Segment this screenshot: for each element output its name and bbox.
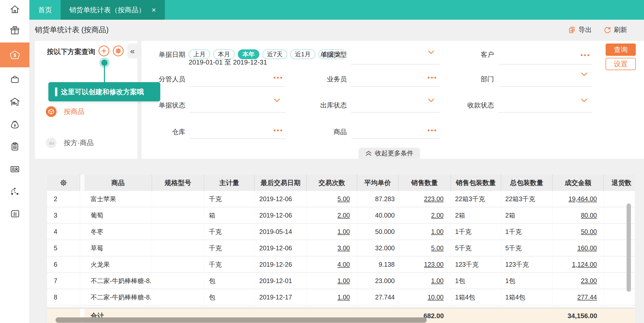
vertical-scrollbar[interactable] [627,203,631,292]
customer-ellipsis-icon[interactable] [581,54,589,56]
doc-status-field[interactable] [189,112,285,113]
date-range-text[interactable]: 2019-01-01 至 2019-12-31 [189,58,267,67]
column-header-tx-count[interactable]: 交易次数 [307,175,357,191]
scheme-item-by-product[interactable]: 按商品 [46,106,84,117]
refresh-button[interactable]: 刷新 [604,25,627,34]
cell-tx-count-link[interactable]: 3.00 [307,240,357,256]
payment-status-field[interactable] [499,112,593,113]
warehouse-field[interactable] [189,138,285,139]
customer-field[interactable] [499,64,593,64]
column-header-last-date[interactable]: 最后交易日期 [255,175,307,191]
cell-sales-qty-link[interactable]: 10.00 [399,289,451,305]
cell-sales-qty-link[interactable]: 1.00 [399,224,451,240]
cell-sales-qty-link[interactable]: 2.00 [399,207,451,223]
product-ellipsis-icon[interactable] [428,130,436,131]
scheme-settings-button[interactable] [113,46,124,56]
cell-sales-qty-link[interactable]: 123.00 [399,256,451,272]
cell-tx-count-link[interactable]: 1.00 [307,273,357,289]
cell-amount-link[interactable]: 50.00 [553,224,604,240]
doc-type-chevron-down-icon[interactable] [428,50,434,55]
settings-button[interactable]: 设置 [606,58,636,70]
cell-total-pack: 123千克 [501,256,553,272]
table-row[interactable]: 4 冬枣 千克 2019-05-14 1.00 50.000 1.00 1千克 … [47,224,635,240]
cell-sales-pack: 22箱3千克 [451,191,501,207]
gift-icon[interactable] [0,19,29,42]
whats-new-icon[interactable]: 新 [0,203,29,225]
footer-divider [47,308,635,308]
column-header-total-pack[interactable]: 总包装数量 [501,175,553,191]
outbound-status-field[interactable] [351,112,439,113]
cell-last-date: 2019-05-14 [255,224,307,240]
sales-icon[interactable]: $ [0,42,29,67]
cell-tx-count-link[interactable]: 5.00 [307,191,357,207]
add-scheme-button[interactable] [99,46,109,56]
salesman-ellipsis-icon[interactable] [428,77,436,79]
network-icon[interactable] [0,180,29,203]
manager-field[interactable] [189,86,285,87]
filter-label-payment-status: 收款状态 [456,101,494,110]
filter-label-customer: 客户 [456,50,494,59]
tab-sales-report[interactable]: 销货单统计表（按商品） × [61,0,165,20]
gear-icon [115,48,122,54]
filter-label-warehouse: 仓库 [147,127,185,136]
column-header-product[interactable]: 商品 [84,175,152,191]
cell-total-pack: 5千克 [501,240,553,256]
column-header-sales-qty[interactable]: 销售数量 [399,175,451,191]
column-header-amount[interactable]: 成交金额 [553,175,604,191]
tab-close-icon[interactable]: × [152,6,156,14]
table-row[interactable]: 2 富士苹果 千克 2019-12-06 5.00 87.283 223.00 … [47,191,635,207]
department-chevron-down-icon[interactable] [581,72,587,77]
home-icon[interactable] [0,0,29,20]
column-header-return-qty[interactable]: 退货数 [604,175,635,191]
table-row[interactable]: 5 草莓 千克 2019-12-06 3.00 32.000 5.00 5千克 … [47,240,635,256]
cell-sales-qty-link[interactable]: 5.00 [399,240,451,256]
cell-amount-link[interactable]: 277.44 [553,289,604,305]
export-button[interactable]: 导出 [568,25,592,34]
purchase-bag-icon[interactable] [0,68,29,91]
table-row[interactable]: 3 葡萄 箱 2019-12-06 2.00 40.000 2.00 2箱 2箱… [47,207,635,224]
cell-amount-link[interactable]: 80.00 [553,207,604,223]
table-row[interactable]: 6 火龙果 千克 2019-12-26 4.00 9.138 123.00 12… [47,256,635,273]
cell-amount-link[interactable]: 19,464.00 [553,191,604,207]
manager-ellipsis-icon[interactable] [274,77,282,79]
horizontal-scrollbar[interactable] [56,317,427,323]
warehouse-ellipsis-icon[interactable] [274,130,282,131]
table-row[interactable]: 8 不二家-牛奶棒棒糖-8... 包 2019-12-17 1.00 27.74… [47,289,635,306]
cell-amount-link[interactable]: 1,124.00 [553,256,604,272]
collapse-more-conditions[interactable]: 收起更多条件 [359,148,420,159]
table-gear-icon[interactable] [47,178,80,187]
cell-amount-link[interactable]: 23.00 [553,273,604,289]
column-header-sales-pack[interactable]: 销售包装数量 [451,175,501,191]
funds-moneybag-icon[interactable]: ¥ [0,113,29,135]
cell-tx-count-link[interactable]: 2.00 [307,207,357,223]
cell-sales-qty-link[interactable]: 1.00 [399,273,451,289]
warehouse-icon[interactable] [0,91,29,113]
payment-status-chevron-down-icon[interactable] [581,98,587,103]
orders-clipboard-icon[interactable] [0,135,29,158]
cell-tx-count-link[interactable]: 1.00 [307,224,357,240]
cell-tx-count-link[interactable]: 1.00 [307,289,357,305]
column-settings-header[interactable] [47,175,80,191]
customer-card-icon[interactable] [0,158,29,180]
outbound-status-chevron-down-icon[interactable] [428,98,434,103]
query-button[interactable]: 查询 [606,44,636,56]
cell-tx-count-link[interactable]: 4.00 [307,256,357,272]
table-row[interactable]: 7 不二家-牛奶棒棒糖-8... 包 2019-12-01 1.00 23.00… [47,273,635,289]
column-header-spec[interactable]: 规格型号 [152,175,204,191]
product-field[interactable] [351,138,439,139]
cell-amount-link[interactable]: 160.00 [553,240,604,256]
doc-type-field[interactable] [351,64,439,64]
cell-spec [152,256,204,272]
scheme-item-hidden[interactable]: 按方·商品 [46,137,94,148]
cell-avg-price: 27.744 [357,289,399,305]
cell-sales-qty-link[interactable]: 223.00 [399,191,451,207]
totals-empty [451,309,501,323]
column-header-unit[interactable]: 主计量 [204,175,255,191]
panel-collapse-button[interactable]: « [127,44,137,58]
salesman-field[interactable] [351,86,439,87]
doc-status-chevron-down-icon[interactable] [274,98,280,103]
tab-home[interactable]: 首页 [29,0,61,20]
department-field[interactable] [499,86,593,87]
cell-spec [152,191,204,207]
column-header-avg-price[interactable]: 平均单价 [357,175,399,191]
